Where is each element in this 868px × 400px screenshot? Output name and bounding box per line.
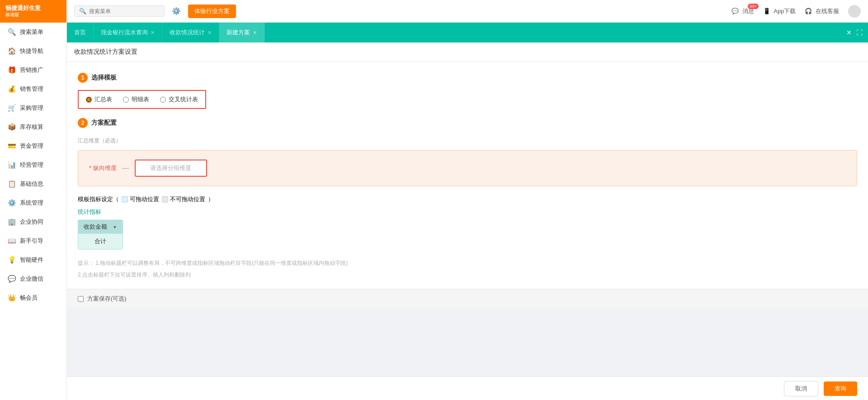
- sidebar-item-purchase[interactable]: 🛒 采购管理: [0, 99, 66, 118]
- sidebar-item-label: 搜索菜单: [20, 28, 43, 36]
- radio-cross[interactable]: 交叉统计表: [160, 95, 198, 104]
- sidebar-item-label: 企业微信: [20, 275, 43, 283]
- tabbar-actions: ✕ ⛶: [841, 23, 868, 42]
- metrics-title-prefix: 模板指标设定（: [78, 195, 119, 203]
- radio-detail-input[interactable]: [123, 97, 129, 103]
- wechat-icon: 💬: [7, 275, 16, 283]
- sidebar-item-hardware[interactable]: 💡 智能硬件: [0, 250, 66, 269]
- sidebar-item-marketing[interactable]: 🎁 营销推广: [0, 61, 66, 80]
- sidebar-item-wechat[interactable]: 💬 企业微信: [0, 269, 66, 288]
- footer-bar: 取消 查询: [67, 376, 868, 400]
- save-label[interactable]: 方案保存(可选): [87, 295, 127, 303]
- building-icon: 🏢: [7, 218, 16, 226]
- close-window-icon[interactable]: ✕: [846, 29, 852, 36]
- save-checkbox[interactable]: [78, 296, 84, 302]
- sidebar-item-label: 采购管理: [20, 104, 43, 112]
- notification-count: 99+: [748, 4, 758, 9]
- vertical-label: * 纵向维度: [89, 164, 117, 172]
- sidebar-logo: 畅捷通好生意 标准版: [0, 0, 66, 23]
- sidebar-item-enterprise[interactable]: 🏢 企业协同: [0, 212, 66, 231]
- sidebar-item-label: 智能硬件: [20, 256, 43, 264]
- sidebar-item-label: 营销推广: [20, 66, 43, 74]
- topbar-search-container[interactable]: 🔍: [74, 5, 165, 17]
- sidebar-item-label: 新手引导: [20, 237, 43, 245]
- dimension-placeholder: 请选择分组维度: [150, 164, 191, 172]
- radio-cross-label: 交叉统计表: [169, 95, 198, 104]
- gift-icon: 🎁: [7, 66, 16, 74]
- sidebar-item-label: 库存核算: [20, 123, 43, 131]
- dimension-area: * 纵向维度 — 请选择分组维度: [78, 150, 857, 186]
- sidebar-item-sales[interactable]: 💰 销售管理: [0, 80, 66, 99]
- trial-button[interactable]: 体验行业方案: [188, 5, 236, 18]
- sidebar-item-member[interactable]: 👑 畅会员: [0, 288, 66, 307]
- cancel-button[interactable]: 取消: [784, 381, 818, 396]
- hardware-icon: 💡: [7, 256, 16, 264]
- metric-col-amount: 收款金额 ▼ 合计: [78, 220, 123, 249]
- maximize-icon[interactable]: ⛶: [856, 29, 863, 36]
- tab-cashflow[interactable]: 现金银行流水查询 ✕: [94, 23, 162, 42]
- sidebar-item-finance[interactable]: 💳 资金管理: [0, 136, 66, 155]
- step1-title: 选择模板: [91, 74, 117, 82]
- settings-icon[interactable]: ⚙️: [172, 7, 181, 15]
- sidebar-item-system[interactable]: ⚙️ 系统管理: [0, 193, 66, 212]
- radio-detail[interactable]: 明细表: [123, 95, 149, 104]
- sidebar-nav: 🔍 搜索菜单 🏠 快捷导航 🎁 营销推广 💰 销售管理 🛒 采购管理 📦 库存核…: [0, 23, 66, 400]
- tab-home[interactable]: 首页: [67, 23, 94, 42]
- stat-label: 统计指标: [78, 208, 857, 216]
- page-card: 收款情况统计方案设置 1 选择模板 汇总表: [67, 42, 868, 308]
- sidebar-item-label: 销售管理: [20, 85, 43, 93]
- tab-close-icon[interactable]: ✕: [151, 30, 155, 36]
- radio-cross-input[interactable]: [160, 97, 166, 103]
- clipboard-icon: 📋: [7, 180, 16, 188]
- tips-section: 提示： 1.拖动标题栏可以调整布局，不可跨维度或指标区域拖动栏目字段(只能在同一…: [78, 259, 857, 280]
- sidebar-item-label: 畅会员: [20, 294, 38, 302]
- page-header: 收款情况统计方案设置: [67, 42, 868, 62]
- box-icon: 📦: [7, 123, 16, 131]
- metric-header-amount[interactable]: 收款金额 ▼: [78, 220, 123, 234]
- service-btn[interactable]: 🎧 在线客服: [805, 7, 839, 15]
- user-avatar[interactable]: [848, 5, 861, 18]
- sidebar-item-label: 基础信息: [20, 180, 43, 188]
- sidebar-item-label: 企业协同: [20, 218, 43, 226]
- cart-icon: 🛒: [7, 104, 16, 112]
- tab-close-icon[interactable]: ✕: [253, 30, 257, 36]
- sidebar-item-inventory[interactable]: 📦 库存核算: [0, 118, 66, 136]
- radio-summary-input[interactable]: [86, 97, 92, 103]
- sidebar-item-home[interactable]: 🏠 快捷导航: [0, 42, 66, 61]
- download-btn[interactable]: 📱 App下载: [763, 7, 796, 15]
- sidebar-item-search[interactable]: 🔍 搜索菜单: [0, 23, 66, 42]
- tab-receipts[interactable]: 收款情况统计 ✕: [162, 23, 219, 42]
- page-body: 1 选择模板 汇总表 明细表: [67, 62, 868, 280]
- sidebar-item-base-info[interactable]: 📋 基础信息: [0, 174, 66, 193]
- arrow-icon: —: [122, 164, 129, 172]
- tips-label: 提示：: [78, 260, 94, 266]
- metrics-section: 模板指标设定（ 可拖动位置 不可拖动位置 ） 统计指标: [78, 195, 857, 249]
- fixed-label: 不可拖动位置: [170, 195, 205, 203]
- chevron-down-icon[interactable]: ▼: [113, 225, 117, 230]
- metric-cell-total: 合计: [78, 234, 123, 249]
- dimension-select[interactable]: 请选择分组维度: [135, 160, 207, 177]
- step1-section: 1 选择模板 汇总表 明细表: [78, 73, 857, 109]
- radio-summary[interactable]: 汇总表: [86, 95, 112, 104]
- sidebar-item-label: 资金管理: [20, 142, 43, 150]
- tab-new-plan[interactable]: 新建方案 ✕: [219, 23, 264, 42]
- step1-header: 1 选择模板: [78, 73, 857, 83]
- sidebar-item-label: 系统管理: [20, 199, 43, 207]
- notification-wrap[interactable]: 💬 99+ 消息: [731, 7, 754, 15]
- sidebar-item-guide[interactable]: 📖 新手引导: [0, 231, 66, 250]
- content-wrapper: 收款情况统计方案设置 1 选择模板 汇总表: [67, 42, 868, 376]
- tab-close-icon[interactable]: ✕: [208, 30, 212, 36]
- tab-new-plan-label: 新建方案: [226, 28, 250, 37]
- sidebar-item-operations[interactable]: 📊 经营管理: [0, 155, 66, 174]
- chart-icon: 📊: [7, 161, 16, 169]
- metrics-header: 模板指标设定（ 可拖动位置 不可拖动位置 ）: [78, 195, 857, 203]
- sidebar: 畅捷通好生意 标准版 🔍 搜索菜单 🏠 快捷导航 🎁 营销推广 💰 销售管理 🛒…: [0, 0, 67, 400]
- fixed-box: [162, 196, 168, 202]
- app-name: 畅捷通好生意: [5, 5, 41, 12]
- settings-icon: ⚙️: [7, 199, 16, 207]
- query-button[interactable]: 查询: [824, 381, 857, 396]
- tip-item-2: 2.点击标题栏下拉可设置排序、插入列和删除列: [78, 270, 857, 280]
- tab-cashflow-label: 现金银行流水查询: [101, 28, 148, 37]
- topbar-right: 💬 99+ 消息 📱 App下载 🎧 在线客服: [731, 5, 861, 18]
- search-input[interactable]: [89, 8, 152, 14]
